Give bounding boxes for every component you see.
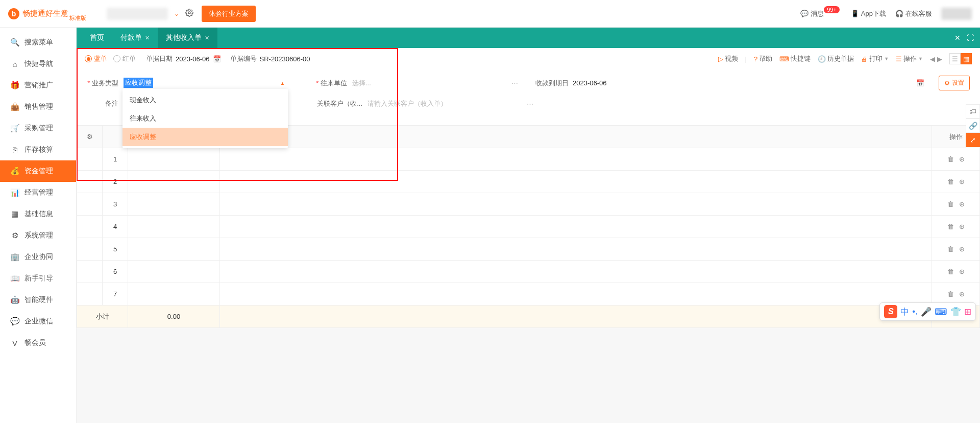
sidebar-item-quicknav[interactable]: ⌂快捷导航 [0,53,76,75]
settings-button[interactable]: ⚙ 设置 [939,76,970,90]
table-row[interactable]: 6🗑⊕ [77,261,980,283]
sidebar-item-funds[interactable]: 💰资金管理 [0,160,76,182]
video-button[interactable]: ▷视频 [718,54,738,63]
table-row[interactable]: 2🗑⊕ [77,171,980,193]
copy-icon[interactable]: ⊕ [959,178,965,185]
row-index: 6 [103,261,128,283]
sidebar-item-search[interactable]: 🔍搜索菜单 [0,32,76,53]
sidebar-item-sales[interactable]: 👜销售管理 [0,96,76,118]
keyboard-icon[interactable]: ⌨ [935,307,947,317]
delete-icon[interactable]: 🗑 [947,155,954,163]
tabs-expand-icon[interactable]: ⛶ [967,34,974,42]
table-row[interactable]: 7🗑⊕ [77,283,980,306]
building-icon: 🏢 [10,252,19,262]
radio-blue[interactable]: 蓝单 [85,54,107,63]
help-button[interactable]: ?帮助 [754,54,772,63]
tab-payment[interactable]: 付款单✕ [112,28,158,48]
right-rail: 🏷 🔗 ⤢ [966,104,980,147]
copy-icon[interactable]: ⊕ [959,155,965,163]
wallet-icon: 👜 [10,102,19,111]
sidebar-item-system[interactable]: ⚙系统管理 [0,225,76,246]
sidebar: 🔍搜索菜单 ⌂快捷导航 🎁营销推广 👜销售管理 🛒采购管理 ⎘库存核算 💰资金管… [0,28,77,423]
ime-toolbar[interactable]: S 中 •, 🎤 ⌨ 👕 ⊞ [879,302,976,321]
copy-icon[interactable]: ⊕ [959,268,965,275]
sidebar-item-member[interactable]: V畅会员 [0,332,76,354]
close-icon[interactable]: ✕ [205,35,209,41]
rail-tag-button[interactable]: 🏷 [966,104,980,119]
trial-button[interactable]: 体验行业方案 [202,6,256,22]
more-icon[interactable]: ⋯ [524,100,536,108]
sidebar-item-wechat[interactable]: 💬企业微信 [0,311,76,332]
delete-icon[interactable]: 🗑 [947,200,954,208]
logo[interactable]: b 畅捷通好生意 [8,8,68,19]
delete-icon[interactable]: 🗑 [947,290,954,298]
support-link[interactable]: 🎧 在线客服 [895,9,932,18]
print-button[interactable]: 🖨打印▼ [861,54,889,63]
delete-icon[interactable]: 🗑 [947,245,954,253]
prev-icon[interactable]: ◀ [930,55,935,63]
delete-icon[interactable]: 🗑 [947,223,954,230]
copy-icon[interactable]: ⊕ [959,290,965,298]
sidebar-item-inventory[interactable]: ⎘库存核算 [0,139,76,160]
view-card-toggle[interactable]: ▦ [961,53,972,64]
sidebar-item-label: 系统管理 [24,231,53,240]
view-list-toggle[interactable]: ☰ [949,53,961,64]
more-icon[interactable]: ⋯ [508,79,521,87]
mic-icon[interactable]: 🎤 [921,307,932,317]
customer-input[interactable] [366,98,520,110]
messages-link[interactable]: 💬 消息 99+ [800,9,842,18]
skin-icon[interactable]: 👕 [950,307,961,317]
delete-icon[interactable]: 🗑 [947,268,954,275]
rail-link-button[interactable]: 🔗 [966,119,980,133]
keyboard-icon: ⌨ [779,55,789,63]
sidebar-item-guide[interactable]: 📖新手引导 [0,268,76,289]
user-avatar-blur[interactable] [941,8,972,20]
th-settings[interactable]: ⚙ [77,126,103,148]
history-icon: 🕘 [818,55,826,63]
sidebar-item-purchase[interactable]: 🛒采购管理 [0,118,76,139]
ime-lang-toggle[interactable]: 中 [900,306,909,318]
sidebar-item-operation[interactable]: 📊经营管理 [0,182,76,203]
copy-icon[interactable]: ⊕ [959,223,965,230]
due-date-label: 收款到期日 [535,79,569,88]
shortcut-button[interactable]: ⌨快捷键 [779,54,811,63]
tab-home[interactable]: 首页 [82,28,112,48]
history-button[interactable]: 🕘历史单据 [818,54,854,63]
tab-label: 付款单 [120,33,142,42]
app-download-link[interactable]: 📱 App下载 [851,9,886,18]
table-row[interactable]: 4🗑⊕ [77,216,980,238]
delete-icon[interactable]: 🗑 [947,178,954,185]
rail-expand-button[interactable]: ⤢ [966,133,980,147]
calendar-icon[interactable]: 📅 [213,55,221,63]
sidebar-item-basic[interactable]: ▦基础信息 [0,203,76,225]
dropdown-option-adjust[interactable]: 应收调整 [122,128,288,146]
sidebar-item-marketing[interactable]: 🎁营销推广 [0,75,76,96]
sidebar-item-hardware[interactable]: 🤖智能硬件 [0,289,76,311]
copy-icon[interactable]: ⊕ [959,200,965,208]
toolbox-icon[interactable]: ⊞ [964,307,971,317]
sidebar-item-enterprise[interactable]: 🏢企业协同 [0,246,76,268]
dropdown-option-trade[interactable]: 往来收入 [122,109,288,128]
calendar-icon[interactable]: 📅 [916,79,924,87]
copy-icon[interactable]: ⊕ [959,245,965,253]
gear-icon[interactable] [185,9,193,18]
table-row[interactable]: 5🗑⊕ [77,238,980,261]
doc-date-value[interactable]: 2023-06-06 [176,55,210,63]
tab-other-income[interactable]: 其他收入单✕ [158,28,217,48]
vip-icon: V [10,339,19,347]
top-header: b 畅捷通好生意 标准版 ⌄ 体验行业方案 💬 消息 99+ 📱 App下载 🎧… [0,0,980,28]
radio-red[interactable]: 红单 [113,54,136,63]
app-download-label: App下载 [861,9,886,18]
dropdown-option-cash[interactable]: 现金收入 [122,91,288,109]
next-icon[interactable]: ▶ [937,55,942,63]
tabs-close-all-icon[interactable]: ✕ [954,34,961,42]
operate-button[interactable]: ☰操作▼ [896,54,923,63]
chevron-down-icon[interactable]: ⌄ [174,10,179,17]
biz-type-select[interactable]: 应收调整 [122,76,286,90]
due-date-value[interactable]: 2023-06-06 [573,79,607,87]
close-icon[interactable]: ✕ [145,35,150,41]
table-row[interactable]: 3🗑⊕ [77,193,980,216]
table-row[interactable]: 1🗑⊕ [77,148,980,171]
unit-input[interactable] [351,77,504,89]
ime-punct-toggle[interactable]: •, [912,307,918,317]
